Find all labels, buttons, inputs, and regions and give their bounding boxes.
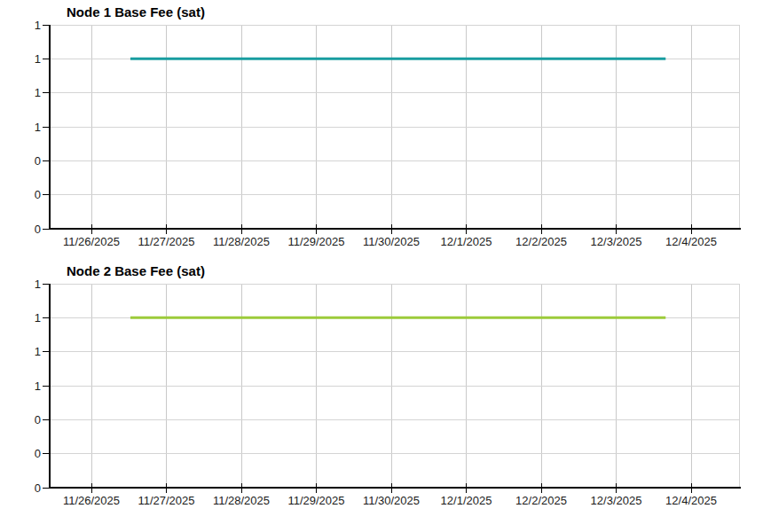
y-axis-tick-label: 1 — [35, 121, 41, 134]
x-axis-tick-label: 12/2/2025 — [515, 235, 567, 248]
x-axis-tick-label: 12/1/2025 — [441, 494, 492, 507]
y-axis-tick-label: 1 — [35, 379, 41, 393]
x-axis-tick-label: 12/3/2025 — [591, 494, 642, 507]
x-axis-tick-label: 12/2/2025 — [515, 494, 567, 507]
y-axis-tick-label: 1 — [35, 52, 41, 66]
y-axis-tick-label: 1 — [35, 345, 41, 358]
chart-plot-1: 111100011/26/202511/27/202511/28/202511/… — [0, 0, 763, 259]
x-axis-tick-label: 11/28/2025 — [213, 235, 270, 248]
x-axis-tick-label: 11/30/2025 — [363, 494, 420, 507]
x-axis-tick-label: 12/1/2025 — [441, 235, 492, 248]
x-axis-tick-label: 12/3/2025 — [591, 235, 642, 248]
y-axis-tick-label: 1 — [35, 86, 41, 99]
x-axis-tick-label: 11/26/2025 — [63, 235, 120, 248]
y-axis-tick-label: 0 — [35, 188, 41, 201]
x-axis-tick-label: 11/27/2025 — [138, 494, 194, 507]
y-axis-tick-label: 0 — [35, 447, 41, 460]
y-axis-tick-label: 0 — [35, 481, 41, 495]
x-axis-tick-label: 11/29/2025 — [287, 494, 344, 507]
y-axis-tick-label: 0 — [35, 223, 41, 236]
y-axis-tick-label: 1 — [35, 19, 41, 32]
y-axis-tick-label: 0 — [35, 154, 41, 168]
y-axis-tick-label: 1 — [35, 311, 41, 325]
x-axis-tick-label: 11/30/2025 — [363, 235, 420, 248]
y-axis-tick-label: 0 — [35, 413, 41, 426]
x-axis-tick-label: 11/29/2025 — [287, 235, 344, 248]
x-axis-tick-label: 12/4/2025 — [665, 235, 717, 248]
y-axis-tick-label: 1 — [35, 278, 41, 291]
node-1-base-fee-chart: Node 1 Base Fee (sat) 111100011/26/20251… — [0, 0, 763, 259]
charts-page: Node 1 Base Fee (sat) 111100011/26/20251… — [0, 0, 763, 532]
x-axis-tick-label: 11/26/2025 — [63, 494, 120, 507]
chart-plot-2: 111100011/26/202511/27/202511/28/202511/… — [0, 259, 763, 518]
x-axis-tick-label: 11/27/2025 — [138, 235, 194, 248]
node-2-base-fee-chart: Node 2 Base Fee (sat) 111100011/26/20251… — [0, 259, 763, 518]
x-axis-tick-label: 12/4/2025 — [665, 494, 717, 507]
x-axis-tick-label: 11/28/2025 — [213, 494, 270, 507]
